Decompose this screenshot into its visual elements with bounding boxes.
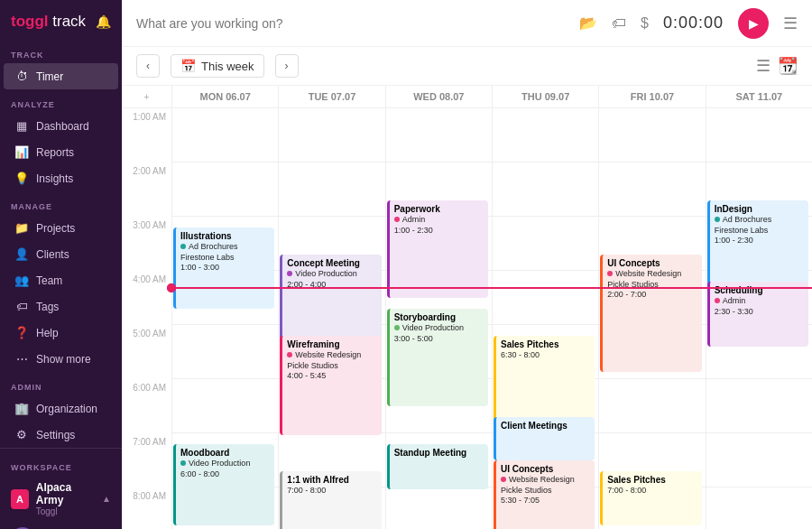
- settings-icon: ⚙: [14, 428, 29, 441]
- list-view-icon[interactable]: ☰: [756, 56, 770, 76]
- show-more-label: Show more: [36, 353, 91, 366]
- more-menu-icon[interactable]: ☰: [783, 14, 798, 33]
- day-cell-3-0: [492, 108, 598, 162]
- day-cell-5-4: [706, 325, 812, 379]
- logo-track: track: [52, 13, 86, 30]
- day-cell-4-3: [598, 271, 705, 325]
- day-cell-2-2: [385, 217, 492, 271]
- time-label-4: 5:00 AM: [122, 325, 171, 379]
- sidebar-item-dashboard[interactable]: ▦ Dashboard: [4, 113, 118, 139]
- projects-icon: 📁: [14, 221, 29, 235]
- calendar-grid-wrapper: +MON 06.07TUE 07.07WED 08.07THU 09.07FRI…: [122, 86, 812, 529]
- logo-toggl: toggl: [11, 13, 49, 30]
- time-label-2: 3:00 AM: [122, 217, 171, 271]
- admin-section-label: ADMIN: [0, 372, 122, 395]
- sidebar-item-help[interactable]: ❓ Help: [4, 320, 118, 346]
- day-cell-1-5: [278, 379, 384, 433]
- sidebar-item-tags[interactable]: 🏷 Tags: [4, 293, 118, 320]
- workspace-sub: Toggl: [36, 506, 95, 516]
- day-cell-2-7: [385, 487, 492, 529]
- day-cell-1-7: [278, 487, 384, 529]
- sidebar-item-team[interactable]: 👥 Team: [4, 267, 118, 293]
- day-cell-3-2: [492, 217, 598, 271]
- day-cell-0-7: [171, 487, 278, 529]
- sidebar-item-organization[interactable]: 🏢 Organization: [4, 395, 118, 422]
- workspace-name: Alpaca Army: [36, 481, 95, 506]
- chevron-up-icon: ▲: [102, 494, 111, 504]
- day-cell-2-6: [385, 433, 492, 487]
- calendar-view-icon[interactable]: 📆: [778, 56, 798, 76]
- settings-label: Settings: [36, 429, 75, 441]
- day-cell-0-1: [171, 162, 278, 217]
- tag-icon[interactable]: 🏷: [612, 15, 626, 32]
- sidebar-item-insights[interactable]: 💡 Insights: [4, 165, 118, 191]
- workspace-item[interactable]: A Alpaca Army Toggl ▲: [0, 476, 122, 522]
- insights-label: Insights: [36, 172, 73, 185]
- time-entry-input[interactable]: [136, 16, 568, 31]
- time-gutter-header: +: [122, 86, 171, 108]
- timer-icon: ⏱: [14, 70, 29, 83]
- calendar-header: ‹ 📅 This week › ☰ 📆: [122, 47, 812, 86]
- day-cell-5-0: [706, 108, 812, 162]
- sidebar-item-show-more[interactable]: ⋯ Show more: [4, 346, 118, 372]
- organization-label: Organization: [36, 403, 97, 415]
- day-cell-2-5: [385, 379, 492, 433]
- day-cell-0-4: [171, 325, 278, 379]
- day-cell-3-1: [492, 162, 598, 217]
- day-cell-0-2: [171, 217, 278, 271]
- day-cell-3-4: [492, 325, 598, 379]
- time-label-5: 6:00 AM: [122, 379, 171, 433]
- track-section-label: TRACK: [0, 40, 122, 63]
- day-cell-5-3: [706, 271, 812, 325]
- day-cell-4-7: [598, 487, 705, 529]
- projects-label: Projects: [36, 222, 75, 235]
- timer-label: Timer: [36, 70, 63, 83]
- day-header-tue: TUE 07.07: [278, 86, 384, 108]
- clients-icon: 👤: [14, 247, 29, 261]
- sidebar-item-settings[interactable]: ⚙ Settings: [4, 422, 118, 448]
- day-header-wed: WED 08.07: [385, 86, 492, 108]
- day-cell-1-2: [278, 217, 384, 271]
- day-header-mon: MON 06.07: [171, 86, 278, 108]
- day-cell-4-5: [598, 379, 705, 433]
- sidebar-item-timer[interactable]: ⏱ Timer: [4, 63, 118, 89]
- help-icon: ❓: [14, 326, 29, 339]
- day-cell-5-7: [706, 487, 812, 529]
- next-week-button[interactable]: ›: [275, 54, 299, 78]
- folder-icon[interactable]: 📂: [579, 14, 597, 32]
- sidebar-item-projects[interactable]: 📁 Projects: [4, 215, 118, 241]
- insights-icon: 💡: [14, 172, 29, 185]
- day-cell-1-1: [278, 162, 384, 217]
- day-cell-0-3: [171, 271, 278, 325]
- clients-label: Clients: [36, 248, 69, 261]
- play-button[interactable]: ▶: [738, 8, 769, 39]
- notification-bell-icon[interactable]: 🔔: [96, 14, 111, 29]
- sidebar-item-clients[interactable]: 👤 Clients: [4, 241, 118, 267]
- show-more-icon: ⋯: [14, 352, 29, 366]
- dashboard-label: Dashboard: [36, 120, 89, 133]
- reports-label: Reports: [36, 146, 74, 159]
- user-row[interactable]: SH Simon Hue simon.hue@gmail.co...: [0, 522, 122, 529]
- calendar-grid: +MON 06.07TUE 07.07WED 08.07THU 09.07FRI…: [122, 86, 812, 529]
- topbar: 📂 🏷 $ 0:00:00 ▶ ☰: [122, 0, 812, 47]
- sidebar: toggl track 🔔 TRACK ⏱ Timer ANALYZE ▦ Da…: [0, 0, 122, 529]
- manage-section-label: MANAGE: [0, 191, 122, 215]
- analyze-section-label: ANALYZE: [0, 89, 122, 113]
- time-label-6: 7:00 AM: [122, 433, 171, 487]
- day-cell-2-4: [385, 325, 492, 379]
- dashboard-icon: ▦: [14, 119, 29, 133]
- prev-week-button[interactable]: ‹: [136, 54, 160, 78]
- calendar-icon: 📅: [180, 59, 196, 73]
- day-cell-4-4: [598, 325, 705, 379]
- logo-text: toggl track: [11, 13, 86, 31]
- day-header-fri: FRI 10.07: [598, 86, 705, 108]
- time-label-3: 4:00 AM: [122, 271, 171, 325]
- this-week-button[interactable]: 📅 This week: [171, 54, 264, 78]
- week-label: This week: [201, 60, 254, 73]
- day-cell-2-3: [385, 271, 492, 325]
- day-cell-2-0: [385, 108, 492, 162]
- billing-icon[interactable]: $: [641, 15, 649, 32]
- time-label-1: 2:00 AM: [122, 162, 171, 217]
- day-cell-3-5: [492, 379, 598, 433]
- sidebar-item-reports[interactable]: 📊 Reports: [4, 139, 118, 165]
